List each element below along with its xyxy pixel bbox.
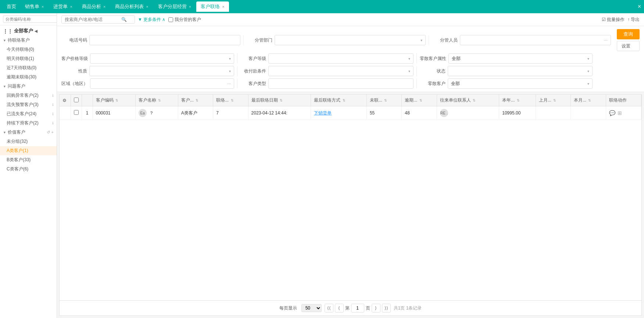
value-customers-label: 价值客户 xyxy=(8,129,25,135)
sidebar-group-value-customers[interactable]: ▼ 价值客户 ↺ + xyxy=(0,128,57,137)
page-next-button[interactable]: ⟩ xyxy=(372,304,380,312)
sidebar-group-problem-customers[interactable]: ▼ 问题客户 xyxy=(0,82,57,91)
sort-icon[interactable]: ⇅ xyxy=(419,99,422,102)
filter-select-payment[interactable]: ▾ xyxy=(268,66,413,76)
row-checkbox[interactable] xyxy=(74,110,79,115)
sidebar-item-overdue-contact[interactable]: 逾期未联络(30) xyxy=(0,73,57,82)
waiting-contact-label: 待联络客户 xyxy=(8,37,30,43)
col-header-settings[interactable]: ⚙ xyxy=(60,95,71,106)
batch-ops-button[interactable]: ☑ 批量操作 xyxy=(602,17,625,23)
close-all-tabs-icon[interactable]: × xyxy=(638,3,641,10)
filter-input-phone[interactable] xyxy=(89,35,240,45)
sidebar-item-ungrouped[interactable]: 未分组(32) xyxy=(0,137,57,146)
page-prev-button[interactable]: ⟨ xyxy=(335,304,344,312)
filter-more-button[interactable]: ▼ 更多条件 ∧ xyxy=(138,17,165,23)
more-icon: ··· xyxy=(604,38,608,43)
sort-icon[interactable]: ⇅ xyxy=(384,99,387,102)
sidebar-item-declining-customers[interactable]: 持续下滑客户(2) ℹ xyxy=(0,119,57,128)
refresh-icon[interactable]: ↺ xyxy=(47,130,50,135)
nav-tab-product-analysis-list[interactable]: 商品分析列表 × xyxy=(111,1,153,12)
close-tab-purchase-icon[interactable]: × xyxy=(70,4,72,9)
all-customers-header: ⋮⋮ 全部客户 ◀ xyxy=(0,25,57,36)
export-button[interactable]: ↑ 导出 xyxy=(627,17,640,23)
select-all-checkbox[interactable] xyxy=(74,98,79,102)
last-contact-method-link[interactable]: 下销货单 xyxy=(314,110,332,116)
sidebar-item-tomorrow-contact[interactable]: 明天待联络(1) xyxy=(0,54,57,63)
close-tab-customer-segment-icon[interactable]: × xyxy=(189,4,191,9)
sort-icon[interactable]: ⇅ xyxy=(158,99,161,102)
filter-select-retail-customer[interactable]: 全部 ▾ xyxy=(448,78,593,89)
nav-tab-sales[interactable]: 销售单 × xyxy=(21,1,48,12)
close-tab-product-analysis-list-icon[interactable]: × xyxy=(146,4,148,9)
col-header-category: 客户... ⇅ xyxy=(178,95,213,106)
sidebar-item-repurchase-abnormal[interactable]: 回购异常客户(2) ℹ xyxy=(0,91,57,100)
add-group-icon[interactable]: + xyxy=(51,130,54,135)
arrow-icon: ▼ xyxy=(3,131,6,134)
sort-icon[interactable]: ⇅ xyxy=(231,99,234,102)
sort-icon[interactable]: ⇅ xyxy=(473,99,476,102)
filter-select-nature[interactable]: ▾ xyxy=(89,66,234,76)
nav-tab-purchase[interactable]: 进货单 × xyxy=(49,1,76,12)
filter-label-phone: 电话号码 xyxy=(61,37,87,43)
sort-icon[interactable]: ⇅ xyxy=(517,99,520,102)
filter-select-manager[interactable]: ··· xyxy=(460,35,611,45)
filter-select-region[interactable]: ··· xyxy=(90,78,234,89)
sidebar-item-b-customers[interactable]: B类客户(33) xyxy=(0,155,57,165)
chevron-down-icon: ▾ xyxy=(408,57,410,61)
filter-field-manager: 分管人员 ··· xyxy=(432,35,611,45)
nav-tab-customer-segment[interactable]: 客户分层经营 × xyxy=(154,1,196,12)
filter-search-input[interactable] xyxy=(65,17,120,22)
sidebar-collapse-icon[interactable]: ◀ xyxy=(35,29,37,33)
nav-tab-customer-contact[interactable]: 客户联络 × xyxy=(196,1,229,12)
sort-icon[interactable]: ⇅ xyxy=(588,99,591,102)
filter-field-customer-type: 客户类型 xyxy=(240,78,413,89)
customer-table: ⚙ 客户编码 ⇅ 客户名称 ⇅ xyxy=(60,95,641,120)
row-contact-count: 7 xyxy=(213,106,248,120)
page-number-input[interactable] xyxy=(351,304,364,312)
sort-icon[interactable]: ⇅ xyxy=(280,99,283,102)
row-overdue: 48 xyxy=(402,106,437,120)
chat-icon[interactable]: 💬 xyxy=(609,110,615,116)
filter-input-customer-type[interactable] xyxy=(268,78,413,89)
sidebar-item-today-contact[interactable]: 今天待联络(0) xyxy=(0,45,57,54)
filter-select-price-level[interactable]: ▾ xyxy=(90,53,234,64)
query-button[interactable]: 查询 xyxy=(617,29,640,39)
table-scroll[interactable]: ⚙ 客户编码 ⇅ 客户名称 ⇅ xyxy=(60,95,641,300)
sidebar-item-lost-customers[interactable]: 已流失客户(24) ℹ xyxy=(0,109,57,119)
sidebar-item-c-customers[interactable]: C类客户(6) xyxy=(0,165,57,174)
page-last-button[interactable]: ⟩⟩ xyxy=(382,304,391,312)
sort-icon[interactable]: ⇅ xyxy=(115,99,118,102)
page-size-select[interactable]: 50 100 200 xyxy=(301,304,322,312)
close-tab-sales-icon[interactable]: × xyxy=(42,4,44,9)
nav-tab-home[interactable]: 首页 xyxy=(3,3,20,10)
sort-icon[interactable]: ⇅ xyxy=(196,99,198,102)
sort-icon[interactable]: ⇅ xyxy=(553,99,556,102)
filter-select-status[interactable]: ▾ xyxy=(448,66,593,76)
filter-select-retail-attr[interactable]: 全部 ▾ xyxy=(448,53,593,64)
sidebar-item-a-customers[interactable]: A类客户(1) xyxy=(0,146,57,155)
sidebar-search-input[interactable] xyxy=(3,15,57,23)
info-icon: ℹ xyxy=(52,112,54,116)
close-tab-product-analysis-icon[interactable]: × xyxy=(103,4,105,9)
sidebar: 🔍 ⋮⋮ 全部客户 ◀ ▼ 待联络客户 今天待联络(0) 明天待联络(1) 近7… xyxy=(0,13,57,318)
close-tab-customer-contact-icon[interactable]: × xyxy=(222,4,224,9)
my-customers-checkbox[interactable] xyxy=(168,17,173,22)
qr-icon[interactable]: ⊞ xyxy=(618,110,622,116)
sidebar-item-7day-contact[interactable]: 近7天待联络(0) xyxy=(0,63,57,73)
sort-icon[interactable]: ⇅ xyxy=(343,99,346,102)
filter-search-icon[interactable]: 🔍 xyxy=(121,17,127,22)
sidebar-group-waiting-contact[interactable]: ▼ 待联络客户 xyxy=(0,36,57,45)
sidebar-item-loss-warning[interactable]: 流失预警客户(3) ℹ xyxy=(0,100,57,109)
nav-tab-product-analysis[interactable]: 商品分析 × xyxy=(78,1,110,12)
filter-select-customer-level[interactable]: ▾ xyxy=(268,53,413,64)
setting-button[interactable]: 设置 xyxy=(617,41,640,51)
col-header-no-contact: 未联... ⇅ xyxy=(366,95,401,106)
col-header-check xyxy=(71,95,82,106)
page-label: 第 xyxy=(345,305,350,311)
filter-field-nature: 性质 ▾ xyxy=(61,66,234,76)
page-first-button[interactable]: ⟨⟨ xyxy=(325,304,333,312)
col-header-action: 联络动作 xyxy=(606,95,641,106)
filter-select-dept[interactable]: ▾ xyxy=(275,35,426,45)
filter-row-2: 客户价格等级 ▾ 客户等级 ▾ 零散客户属性 xyxy=(61,53,640,64)
top-navigation: 首页 销售单 × 进货单 × 商品分析 × 商品分析列表 × 客户分层经营 × … xyxy=(0,0,644,13)
